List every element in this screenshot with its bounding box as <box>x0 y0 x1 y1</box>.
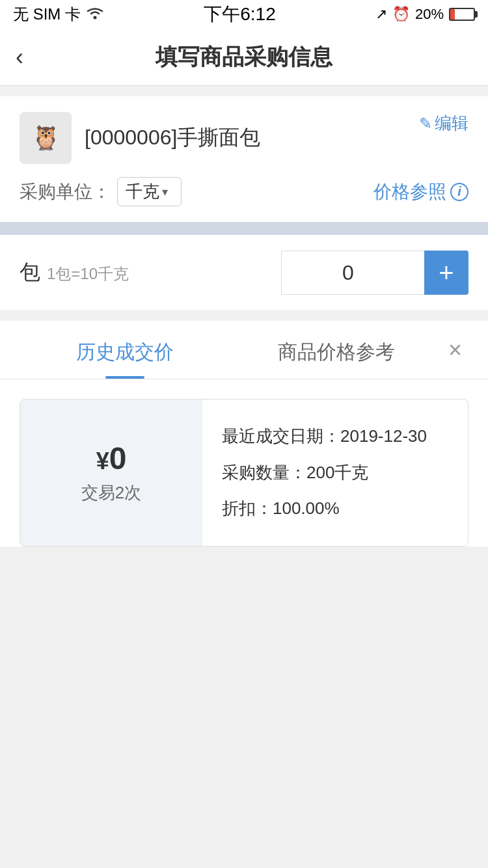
unit-value: 千克 <box>126 180 159 203</box>
currency-symbol: ¥ <box>96 448 109 474</box>
transaction-card: ¥0 交易2次 最近成交日期：2019-12-30 采购数量：200千克 折扣：… <box>20 399 468 547</box>
transaction-price: ¥0 <box>96 441 127 476</box>
status-bar: 无 SIM 卡 下午6:12 ↗ ⏰ 20% <box>0 0 488 29</box>
price-value: 0 <box>109 441 127 476</box>
unit-label: 采购单位： <box>20 180 111 204</box>
carrier-text: 无 SIM 卡 <box>13 4 81 25</box>
recent-date-label: 最近成交日期： <box>222 426 340 446</box>
discount-label: 折扣： <box>222 498 273 518</box>
edit-icon: ✎ <box>419 115 432 133</box>
svg-point-0 <box>94 16 97 20</box>
unit-select[interactable]: 千克 ▾ <box>117 177 182 206</box>
nav-bar: ‹ 填写商品采购信息 <box>0 29 488 86</box>
recent-date-row: 最近成交日期：2019-12-30 <box>222 423 448 450</box>
quantity-unit-small: 1包=10千克 <box>47 264 129 284</box>
product-id: [0000006] <box>85 126 177 149</box>
edit-button[interactable]: ✎ 编辑 <box>419 112 468 135</box>
product-icon-symbol: 🦉 <box>31 124 61 152</box>
section-divider <box>0 222 488 235</box>
tab-history-price[interactable]: 历史成交价 <box>20 321 230 379</box>
transaction-left: ¥0 交易2次 <box>20 400 202 546</box>
info-icon: i <box>450 183 468 201</box>
product-title: 手撕面包 <box>177 126 260 149</box>
tab2-label: 商品价格参考 <box>278 341 395 362</box>
discount-row: 折扣：100.00% <box>222 495 448 522</box>
purchase-qty-value: 200千克 <box>306 463 368 482</box>
footer-space <box>0 566 488 868</box>
discount-value: 100.00% <box>273 498 340 518</box>
transaction-count: 交易2次 <box>81 481 141 504</box>
price-ref-button[interactable]: 价格参照 i <box>373 180 468 204</box>
battery-percent: 20% <box>415 6 444 23</box>
quantity-input-area: + <box>281 251 468 295</box>
location-icon: ↗ <box>375 6 387 23</box>
edit-label: 编辑 <box>435 112 468 135</box>
quantity-plus-button[interactable]: + <box>424 251 468 295</box>
status-right: ↗ ⏰ 20% <box>375 6 475 23</box>
quantity-input[interactable] <box>281 251 424 295</box>
unit-selector-group: 采购单位： 千克 ▾ <box>20 177 182 206</box>
panel-section: 历史成交价 商品价格参考 × ¥0 交易2次 最近成交日期：2019-12-30… <box>0 321 488 547</box>
quantity-section: 包 1包=10千克 + <box>0 235 488 310</box>
battery-icon <box>449 8 475 21</box>
page-title: 填写商品采购信息 <box>156 42 332 72</box>
product-left: 🦉 [0000006]手撕面包 <box>20 112 260 164</box>
tab1-label: 历史成交价 <box>76 341 174 362</box>
purchase-qty-label: 采购数量： <box>222 463 306 482</box>
tab-bar: 历史成交价 商品价格参考 × <box>0 321 488 379</box>
product-name: [0000006]手撕面包 <box>85 124 260 152</box>
close-button[interactable]: × <box>442 336 468 364</box>
back-button[interactable]: ‹ <box>16 44 23 71</box>
status-time: 下午6:12 <box>204 2 276 27</box>
product-header: 🦉 [0000006]手撕面包 ✎ 编辑 <box>20 112 468 164</box>
recent-date-value: 2019-12-30 <box>340 426 427 446</box>
product-thumbnail: 🦉 <box>20 112 72 164</box>
quantity-unit-info: 包 1包=10千克 <box>20 258 129 287</box>
wifi-icon <box>86 5 104 23</box>
status-left: 无 SIM 卡 <box>13 4 104 25</box>
price-ref-label: 价格参照 <box>373 180 446 204</box>
product-section: 🦉 [0000006]手撕面包 ✎ 编辑 采购单位： 千克 ▾ 价格参照 i <box>0 96 488 222</box>
dropdown-arrow-icon: ▾ <box>162 185 168 199</box>
transaction-right: 最近成交日期：2019-12-30 采购数量：200千克 折扣：100.00% <box>202 400 468 546</box>
purchase-qty-row: 采购数量：200千克 <box>222 459 448 487</box>
tab-active-indicator <box>105 376 144 379</box>
alarm-icon: ⏰ <box>392 6 410 23</box>
tab-price-ref[interactable]: 商品价格参考 <box>230 321 441 379</box>
quantity-unit-big: 包 <box>20 258 40 287</box>
product-unit-row: 采购单位： 千克 ▾ 价格参照 i <box>20 177 468 206</box>
